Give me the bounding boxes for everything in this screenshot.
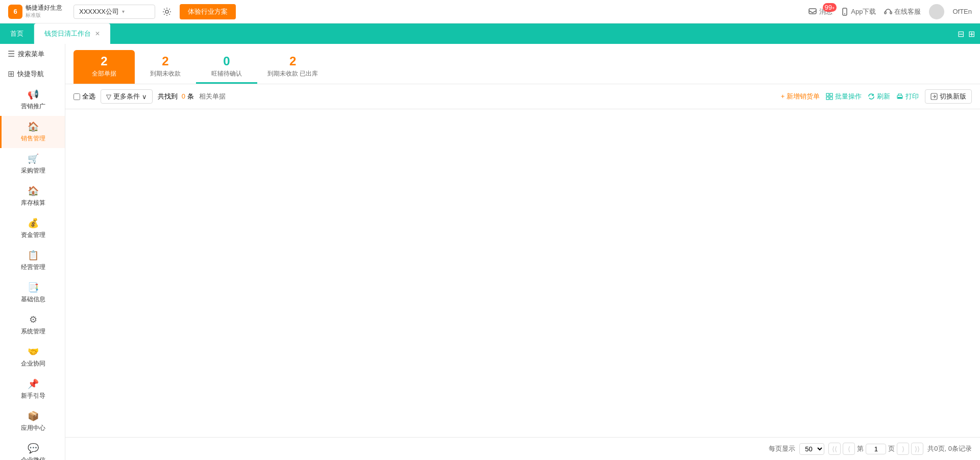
- nav-tab-actions: ⊟ ⊞: [958, 29, 980, 39]
- filter-chevron-icon: ∨: [142, 93, 147, 101]
- sidebar-marketing-label: 营销推广: [21, 102, 45, 111]
- batch-icon: [826, 93, 833, 100]
- switch-version-button[interactable]: 切换新版: [925, 89, 972, 104]
- svg-rect-9: [830, 97, 832, 100]
- sidebar-inventory-label: 库存核算: [21, 199, 45, 207]
- online-service-button[interactable]: 在线客服: [884, 7, 921, 16]
- gear-icon: [162, 7, 172, 16]
- select-all-checkbox[interactable]: 全选: [74, 92, 95, 101]
- sidebar-item-purchase[interactable]: 🛒 采购管理: [0, 148, 65, 180]
- stat-label-all: 全部单据: [84, 69, 125, 78]
- add-sales-order-button[interactable]: + 新增销货单: [781, 92, 820, 101]
- tab-workbench-label: 钱货日清工作台: [44, 29, 91, 38]
- filter-result: 共找到 0条: [158, 92, 194, 101]
- sidebar-item-basic[interactable]: 📑 基础信息: [0, 277, 65, 309]
- filter-icon: ▽: [106, 93, 111, 101]
- table-area: [65, 109, 980, 437]
- sidebar-item-finance[interactable]: 💰 资金管理: [0, 212, 65, 245]
- page-size-select[interactable]: 50: [799, 443, 824, 455]
- settings-button[interactable]: [159, 4, 175, 19]
- related-label[interactable]: 相关单据: [199, 92, 226, 101]
- svg-rect-5: [890, 12, 892, 14]
- logo-text: 畅捷通好生意: [26, 4, 62, 12]
- try-industry-button[interactable]: 体验行业方案: [180, 4, 236, 19]
- tab-maximize-icon[interactable]: ⊞: [968, 29, 975, 39]
- sidebar-item-inventory[interactable]: 🏠 库存核算: [0, 180, 65, 212]
- sidebar-item-enterprise[interactable]: 🤝 企业协同: [0, 341, 65, 373]
- page-navigation: ⟨⟨ ⟨ 第 页 ⟩ ⟩⟩: [828, 443, 923, 455]
- page-size-label: 每页显示: [769, 444, 795, 453]
- stat-label-overdue: 到期未收款: [145, 69, 186, 78]
- stat-label-pending: 旺辅待确认: [206, 69, 247, 78]
- batch-operation-button[interactable]: 批量操作: [826, 92, 862, 101]
- sidebar-finance-label: 资金管理: [21, 231, 45, 239]
- pagination: 每页显示 50 ⟨⟨ ⟨ 第 页 ⟩ ⟩⟩ 共0页, 0条记录: [65, 437, 980, 460]
- first-page-button[interactable]: ⟨⟨: [828, 443, 841, 455]
- select-all-label: 全选: [82, 92, 95, 101]
- sidebar-item-appcenter[interactable]: 📦 应用中心: [0, 405, 65, 438]
- refresh-button[interactable]: 刷新: [868, 92, 890, 101]
- stat-cards: 2 全部单据 2 到期未收款 0 旺辅待确认 2 到期未收款 已出库: [65, 44, 980, 84]
- basic-icon: 📑: [28, 282, 39, 293]
- stat-card-overdue-out[interactable]: 2 到期未收款 已出库: [257, 50, 328, 84]
- guide-icon: 📌: [28, 378, 39, 390]
- stat-card-all[interactable]: 2 全部单据: [74, 50, 135, 84]
- prev-page-button[interactable]: ⟨: [843, 443, 855, 455]
- headset-icon: [884, 8, 892, 16]
- finance-icon: 💰: [28, 217, 39, 229]
- top-header: 6 畅捷通好生意 标准版 XXXXXX公司 ▾ 体验行业方案 消息 99+: [0, 0, 980, 23]
- tab-minimize-icon[interactable]: ⊟: [958, 29, 964, 39]
- print-label: 打印: [905, 92, 919, 101]
- phone-icon: [841, 8, 849, 16]
- print-button[interactable]: 打印: [896, 92, 919, 101]
- stat-num-overdue: 2: [145, 54, 186, 68]
- batch-label: 批量操作: [835, 92, 862, 101]
- stat-card-overdue[interactable]: 2 到期未收款: [135, 50, 196, 84]
- tab-home-label: 首页: [10, 29, 23, 38]
- stat-num-pending: 0: [206, 54, 247, 68]
- company-selector[interactable]: XXXXXX公司 ▾: [74, 5, 155, 19]
- svg-rect-4: [885, 12, 886, 14]
- avatar[interactable]: [929, 4, 944, 19]
- filter-unit: 条: [187, 92, 194, 100]
- logo-area: 6 畅捷通好生意 标准版: [8, 4, 74, 19]
- refresh-icon: [868, 93, 875, 100]
- sidebar-nav[interactable]: ⊞ 快捷导航: [0, 64, 65, 84]
- sidebar-appcenter-label: 应用中心: [21, 424, 45, 432]
- sidebar-item-system[interactable]: ⚙ 系统管理: [0, 309, 65, 341]
- select-all-input[interactable]: [74, 93, 80, 100]
- switch-label: 切换新版: [940, 92, 966, 101]
- header-right: 消息 99+ App下载 在线客服 OfTEn: [808, 4, 972, 19]
- tab-home[interactable]: 首页: [0, 23, 34, 44]
- logo-icon: 6: [8, 5, 22, 19]
- toolbar: 全选 ▽ 更多条件 ∨ 共找到 0条 相关单据 + 新增销货单: [65, 84, 980, 109]
- sidebar-item-wechat[interactable]: 💬 企业微信: [0, 438, 65, 460]
- filter-button[interactable]: ▽ 更多条件 ∨: [101, 89, 153, 104]
- sidebar-operation-label: 经营管理: [21, 263, 45, 272]
- sidebar-item-sales[interactable]: 🏠 销售管理: [0, 116, 65, 148]
- message-button[interactable]: 消息 99+: [808, 7, 832, 16]
- sidebar-item-marketing[interactable]: 📢 营销推广: [0, 84, 65, 116]
- last-page-button[interactable]: ⟩⟩: [911, 443, 923, 455]
- app-download-button[interactable]: App下载: [841, 7, 876, 16]
- sidebar-search[interactable]: ☰ 搜索菜单: [0, 44, 65, 64]
- filter-label: 更多条件: [113, 92, 140, 101]
- stat-card-pending[interactable]: 0 旺辅待确认: [196, 50, 257, 84]
- username[interactable]: OfTEn: [952, 8, 972, 15]
- message-badge: 99+: [823, 3, 837, 12]
- message-icon: [808, 7, 817, 16]
- filter-count: 0: [182, 92, 185, 100]
- next-page-button[interactable]: ⟩: [897, 443, 909, 455]
- sidebar-item-guide[interactable]: 📌 新手引导: [0, 373, 65, 405]
- sidebar-item-operation[interactable]: 📋 经营管理: [0, 245, 65, 277]
- sidebar-purchase-label: 采购管理: [21, 166, 45, 175]
- tab-workbench[interactable]: 钱货日清工作台 ✕: [34, 23, 110, 44]
- page-prefix: 第: [857, 444, 864, 453]
- sidebar-search-label: 搜索菜单: [18, 50, 44, 59]
- nav-tabs: 首页 钱货日清工作台 ✕ ⊟ ⊞: [0, 23, 980, 44]
- page-input[interactable]: [866, 444, 886, 454]
- page-suffix: 页: [888, 444, 895, 453]
- tab-close-icon[interactable]: ✕: [95, 30, 100, 37]
- wechat-icon: 💬: [28, 443, 39, 454]
- sidebar-wechat-label: 企业微信: [21, 456, 45, 460]
